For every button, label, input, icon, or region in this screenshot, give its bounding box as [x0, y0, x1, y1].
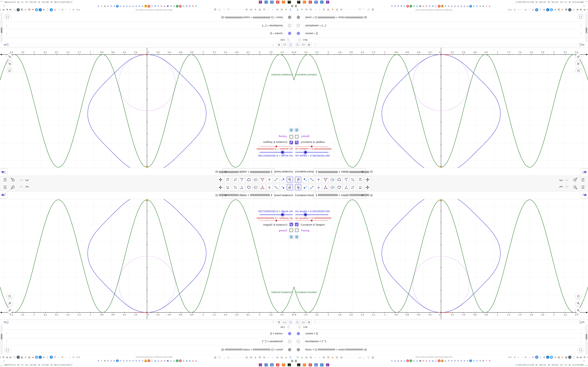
extension-icon[interactable]: ● [31, 356, 35, 359]
browser-icon[interactable]: ⊕ [262, 356, 266, 359]
row-menu-button[interactable]: ⋮ [5, 33, 8, 35]
tab-favicon[interactable]: G [391, 359, 393, 362]
browser-icon[interactable]: ▭ [226, 356, 230, 359]
tab-favicon[interactable]: f [485, 5, 488, 8]
conic-tool-button[interactable] [246, 177, 252, 183]
line-tool-button[interactable] [309, 184, 315, 190]
extension-icon[interactable]: + [546, 8, 549, 11]
tab-favicon[interactable]: i [435, 5, 437, 8]
curvature-function-dropdown[interactable]: 1.000000000000 + cos(4.000000000000 x) [222, 192, 274, 199]
tab-favicon[interactable]: ✿ [97, 359, 100, 362]
algebra-row-funcs[interactable]: funcs = {1.000000000000 + cos(4.00000000… [294, 13, 588, 22]
terminal-icon[interactable]: ▂ [287, 363, 292, 367]
tab-favicon[interactable]: G [157, 359, 160, 362]
extension-icon[interactable]: ✎ [531, 8, 535, 11]
tab-favicon[interactable]: ● [116, 5, 119, 8]
extension-icon[interactable]: U [568, 356, 571, 359]
slider-tool-button[interactable]: a=2 [357, 177, 363, 183]
tab-favicon[interactable]: G [195, 359, 197, 362]
tab-favicon[interactable]: ✿ [479, 359, 481, 362]
algebra-more-button[interactable]: ⋮ [272, 44, 274, 47]
arc-position-slider-knob[interactable] [311, 220, 312, 221]
object-visibility-dot[interactable] [288, 16, 291, 19]
tab-favicon[interactable]: ✿ [488, 5, 491, 8]
tab-favicon[interactable]: ✿ [107, 5, 109, 8]
extension-icon[interactable]: U [17, 356, 20, 359]
object-visibility-dot[interactable] [297, 340, 300, 343]
search-button[interactable] [573, 185, 578, 190]
tab-favicon[interactable]: ✿ [132, 359, 134, 362]
collapse-chevron-icon[interactable]: ∧ [583, 359, 585, 362]
tab-favicon[interactable]: ✿ [450, 5, 453, 8]
angle-tool-button[interactable]: α [239, 177, 245, 183]
extension-icon[interactable]: + [39, 8, 42, 11]
algebra-tree-button[interactable] [295, 43, 300, 47]
browser-icon[interactable]: ⊕ [280, 356, 284, 359]
tab-favicon[interactable]: ◍ [189, 5, 191, 8]
tab-favicon[interactable]: G [413, 359, 415, 362]
tab-favicon[interactable]: Я [438, 5, 441, 8]
browser-icon[interactable]: ⊕ [280, 8, 284, 11]
algebra-row-curves[interactable]: curves = {} ⋮ [0, 29, 294, 38]
firefox-icon[interactable]: ◠ [302, 363, 307, 367]
zoom-out-button[interactable] [7, 307, 13, 313]
tab-favicon[interactable]: W [419, 359, 422, 362]
browser-icon[interactable]: ⊕ [322, 356, 326, 359]
home-view-button[interactable] [575, 68, 581, 74]
mask-icon[interactable]: ω [258, 363, 263, 367]
tab-favicon[interactable]: ◍ [400, 5, 403, 8]
tab-favicon[interactable]: ∿ [409, 359, 412, 362]
home-view-button[interactable] [7, 293, 13, 299]
browser-icon[interactable]: ⊠ [213, 8, 217, 11]
settings-icon[interactable]: ⚙ [276, 0, 280, 4]
browser-icon[interactable]: ⚙ [335, 356, 339, 359]
extension-icon[interactable]: → [64, 8, 68, 11]
collapse-button[interactable]: − [298, 326, 301, 328]
object-visibility-dot[interactable] [288, 32, 291, 35]
tab-favicon[interactable]: ● [116, 359, 119, 362]
page-url[interactable]: https://www.geogebra.org/classic/aagcxh3… [415, 9, 453, 11]
extension-icon[interactable]: ⇅ [35, 8, 38, 11]
zoom-out-button[interactable] [7, 54, 13, 60]
browser-icon[interactable]: • [344, 8, 346, 11]
browser-icon[interactable]: ○ [239, 8, 241, 11]
browser-icon[interactable]: ⚒ [258, 356, 262, 359]
tab-favicon[interactable]: ▲ [144, 5, 147, 8]
tab-favicon[interactable]: G [403, 359, 406, 362]
tab-favicon[interactable]: Я [438, 359, 441, 362]
extension-icon[interactable]: ◆ [6, 8, 9, 11]
extension-icon[interactable]: ▤ [564, 8, 568, 11]
fx-button[interactable]: ƒx [301, 43, 306, 47]
arc-position-slider-knob[interactable] [276, 220, 277, 221]
tab-favicon[interactable]: G [428, 359, 431, 362]
extension-icon[interactable]: ▽ [572, 356, 575, 359]
tab-favicon[interactable]: i [151, 359, 153, 362]
extension-icon[interactable]: ▤ [557, 8, 560, 11]
object-visibility-dot[interactable] [297, 16, 300, 19]
browser-icon[interactable]: • [349, 356, 352, 359]
browser-icon[interactable]: • [242, 8, 244, 11]
extension-icon[interactable]: → [520, 8, 524, 11]
display-capture-icon[interactable]: ▣ [314, 0, 318, 4]
tab-favicon[interactable]: ◍ [432, 359, 434, 362]
extension-icon[interactable]: ❀ [42, 8, 45, 11]
scrollbar[interactable] [585, 325, 588, 354]
browser-icon[interactable]: ⊠ [371, 8, 375, 11]
object-visibility-dot[interactable] [288, 340, 291, 343]
fullscreen-button[interactable] [578, 347, 583, 353]
settings-icon[interactable]: ⚙ [276, 363, 280, 367]
browser-icon[interactable]: ⊕ [339, 356, 343, 359]
browser-icon[interactable]: ▽ [218, 8, 221, 11]
browser-icon[interactable]: ○ [234, 356, 236, 359]
extension-icon[interactable]: → [520, 356, 524, 359]
browser-icon[interactable]: ← [222, 356, 226, 359]
object-visibility-dot[interactable] [288, 24, 291, 27]
extension-icon[interactable]: ↻ [61, 8, 64, 11]
graphics-settings-button[interactable] [0, 191, 8, 198]
extension-icon[interactable]: ⚙ [587, 356, 588, 359]
tab-favicon[interactable]: ⚙ [104, 359, 106, 362]
move-view-tool-button[interactable] [364, 177, 371, 183]
browser-icon[interactable]: ← [362, 356, 366, 359]
extension-icon[interactable]: ◆ [579, 356, 582, 359]
tab-favicon[interactable]: G [403, 5, 406, 8]
